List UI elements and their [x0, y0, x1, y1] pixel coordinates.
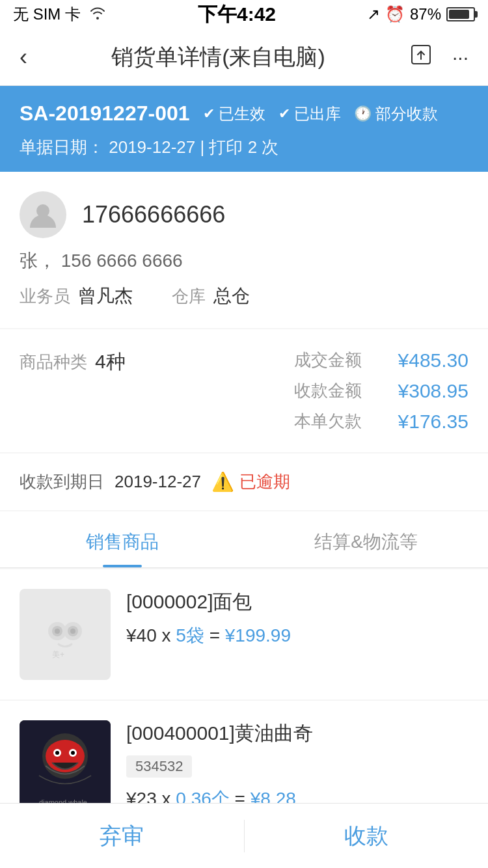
- customer-top: 17666666666: [20, 191, 468, 238]
- battery-percent: 87%: [410, 5, 441, 23]
- tab-settlement[interactable]: 结算&物流等: [244, 511, 488, 567]
- received-label: 收款金额: [294, 379, 362, 402]
- nav-title: 销货单详情(来自电脑): [111, 42, 325, 72]
- qty-unit-1: 袋: [186, 625, 204, 645]
- amount-label: 成交金额: [294, 349, 362, 372]
- clock-icon: 🕐: [354, 105, 372, 122]
- status-bar-right: ↗ ⏰ 87%: [367, 5, 475, 23]
- debt-value: ¥176.35: [377, 411, 468, 433]
- more-button[interactable]: ···: [452, 46, 468, 68]
- badge-partial-label: 部分收款: [375, 103, 438, 124]
- customer-alt-phone: 156 6666 6666: [61, 251, 183, 271]
- svg-point-6: [55, 629, 60, 634]
- product-item: 美+ [0000002]面包 ¥40 x 5袋 = ¥199.99: [0, 569, 488, 699]
- export-button[interactable]: [409, 43, 433, 71]
- customer-name-text: 张，: [20, 251, 56, 271]
- debt-row: 本单欠款 ¥176.35: [294, 410, 468, 433]
- product-sku-2: 534532: [126, 755, 192, 778]
- print-separator: |: [200, 137, 209, 157]
- cancel-review-button[interactable]: 弃审: [0, 821, 244, 851]
- tabs-section: 销售商品 结算&物流等: [0, 511, 488, 568]
- summary-left: 商品种类 4种: [20, 349, 126, 375]
- amount-row: 成交金额 ¥485.30: [294, 349, 468, 372]
- cancel-review-label: 弃审: [100, 823, 144, 848]
- product-placeholder-1: 美+: [20, 589, 111, 680]
- product-qty-1: 5袋: [176, 625, 209, 645]
- sales-item: 业务员 曾凡杰: [20, 284, 133, 308]
- warehouse-item: 仓库 总仓: [172, 284, 250, 308]
- received-value: ¥308.95: [377, 380, 468, 402]
- product-unit-price-1: ¥40: [126, 625, 157, 645]
- banner-date: 单据日期： 2019-12-27 | 打印 2 次: [20, 136, 468, 159]
- print-count: 2 次: [248, 137, 279, 157]
- nav-bar: ‹ 销货单详情(来自电脑) ···: [0, 29, 488, 86]
- overdue-text: 已逾期: [239, 470, 290, 493]
- price-eq-1: =: [210, 625, 225, 645]
- status-time: 下午4:42: [198, 1, 276, 28]
- tab-settlement-label: 结算&物流等: [314, 532, 418, 552]
- price-mult-1: x: [162, 625, 176, 645]
- collect-label: 收款: [344, 823, 388, 848]
- amount-value: ¥485.30: [377, 349, 468, 372]
- print-label: 打印: [209, 137, 243, 157]
- carrier-label: 无 SIM 卡: [13, 4, 81, 25]
- date-label: 单据日期：: [20, 137, 104, 157]
- warehouse-name: 总仓: [213, 284, 250, 308]
- badge-shipped-label: 已出库: [294, 103, 341, 124]
- qty-num-1: 5: [176, 625, 186, 645]
- nav-actions: ···: [409, 43, 468, 71]
- debt-label: 本单欠款: [294, 410, 362, 433]
- back-button[interactable]: ‹: [20, 44, 27, 71]
- bottom-bar: 弃审 收款: [0, 803, 488, 868]
- badge-shipped: ✔ 已出库: [278, 103, 341, 124]
- wifi-icon: [88, 5, 107, 23]
- due-section: 收款到期日 2019-12-27 ⚠️ 已逾期: [0, 454, 488, 510]
- overdue-badge: ⚠️ 已逾期: [211, 470, 290, 493]
- products-section: 美+ [0000002]面包 ¥40 x 5袋 = ¥199.99: [0, 569, 488, 831]
- product-name-2: [000400001]黄油曲奇: [126, 720, 468, 747]
- customer-sub: 张， 156 6666 6666: [20, 249, 468, 273]
- badge-partial: 🕐 部分收款: [354, 103, 438, 124]
- status-bar: 无 SIM 卡 下午4:42 ↗ ⏰ 87%: [0, 0, 488, 29]
- svg-point-14: [55, 751, 59, 755]
- due-date: 2019-12-27: [115, 472, 201, 492]
- product-info-2: [000400001]黄油曲奇 534532 ¥23 x 0.36个 = ¥8.…: [126, 720, 468, 811]
- tab-sales-products[interactable]: 销售商品: [0, 511, 244, 567]
- received-row: 收款金额 ¥308.95: [294, 379, 468, 402]
- tab-sales-label: 销售商品: [86, 532, 159, 552]
- alarm-icon: ⏰: [385, 5, 405, 23]
- product-thumb-1: 美+: [20, 589, 111, 680]
- location-icon: ↗: [367, 5, 380, 23]
- banner-top: SA-20191227-001 ✔ 已生效 ✔ 已出库 🕐 部分收款: [20, 102, 468, 126]
- product-info-1: [0000002]面包 ¥40 x 5袋 = ¥199.99: [126, 589, 468, 648]
- product-thumb-2: diamond whale: [20, 720, 111, 811]
- svg-point-7: [70, 629, 75, 634]
- product-name-1: [0000002]面包: [126, 589, 468, 616]
- status-bar-left: 无 SIM 卡: [13, 4, 107, 25]
- type-label: 商品种类: [20, 351, 87, 373]
- battery-icon: [446, 7, 475, 21]
- type-value: 4种: [95, 349, 126, 375]
- summary-section: 商品种类 4种 成交金额 ¥485.30 收款金额 ¥308.95 本单欠款 ¥…: [0, 329, 488, 452]
- svg-point-15: [71, 751, 75, 755]
- customer-meta: 业务员 曾凡杰 仓库 总仓: [20, 284, 468, 308]
- customer-avatar: [20, 191, 66, 238]
- customer-section: 17666666666 张， 156 6666 6666 业务员 曾凡杰 仓库 …: [0, 172, 488, 328]
- svg-text:美+: 美+: [52, 650, 64, 659]
- product-type-row: 商品种类 4种: [20, 349, 126, 375]
- order-date: 2019-12-27: [109, 137, 195, 157]
- product-total-1: ¥199.99: [225, 625, 291, 645]
- collect-button[interactable]: 收款: [245, 821, 489, 851]
- check-icon-1: ✔: [203, 105, 215, 122]
- badge-activated-label: 已生效: [219, 103, 265, 124]
- warehouse-label: 仓库: [172, 285, 206, 308]
- badge-activated: ✔ 已生效: [203, 103, 265, 124]
- product-price-1: ¥40 x 5袋 = ¥199.99: [126, 623, 468, 648]
- check-icon-2: ✔: [278, 105, 290, 122]
- overdue-icon: ⚠️: [211, 471, 234, 493]
- tabs-row: 销售商品 结算&物流等: [0, 511, 488, 568]
- header-banner: SA-20191227-001 ✔ 已生效 ✔ 已出库 🕐 部分收款 单据日期：…: [0, 86, 488, 172]
- due-label: 收款到期日: [20, 470, 104, 493]
- order-id: SA-20191227-001: [20, 102, 190, 126]
- banner-badges: ✔ 已生效 ✔ 已出库 🕐 部分收款: [203, 103, 438, 124]
